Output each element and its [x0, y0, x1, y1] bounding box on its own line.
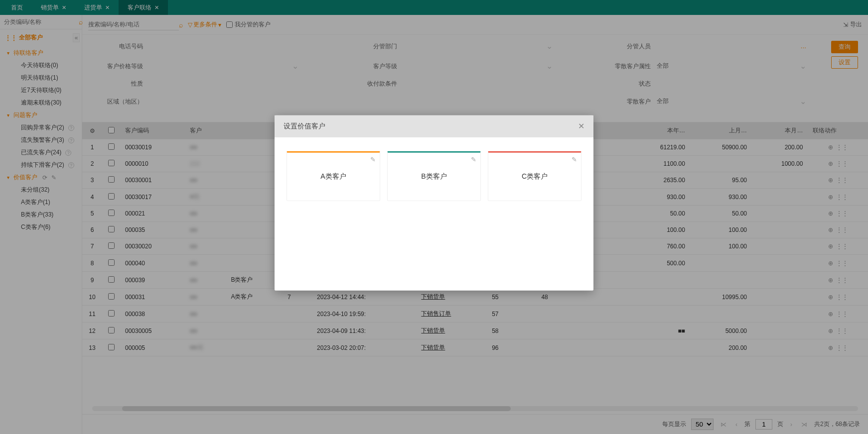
- edit-icon[interactable]: ✎: [370, 156, 376, 163]
- edit-icon[interactable]: ✎: [471, 156, 476, 163]
- value-card-c[interactable]: ✎C类客户: [488, 151, 581, 201]
- modal-body: ✎A类客户✎B类客户✎C类客户: [275, 137, 593, 291]
- modal-header: 设置价值客户 ✕: [275, 115, 593, 137]
- value-card-a[interactable]: ✎A类客户: [287, 151, 380, 201]
- modal-close-button[interactable]: ✕: [578, 121, 584, 131]
- edit-icon[interactable]: ✎: [572, 156, 577, 163]
- value-card-b[interactable]: ✎B类客户: [387, 151, 481, 201]
- modal-title: 设置价值客户: [284, 121, 325, 130]
- value-customer-modal: 设置价值客户 ✕ ✎A类客户✎B类客户✎C类客户: [275, 115, 593, 291]
